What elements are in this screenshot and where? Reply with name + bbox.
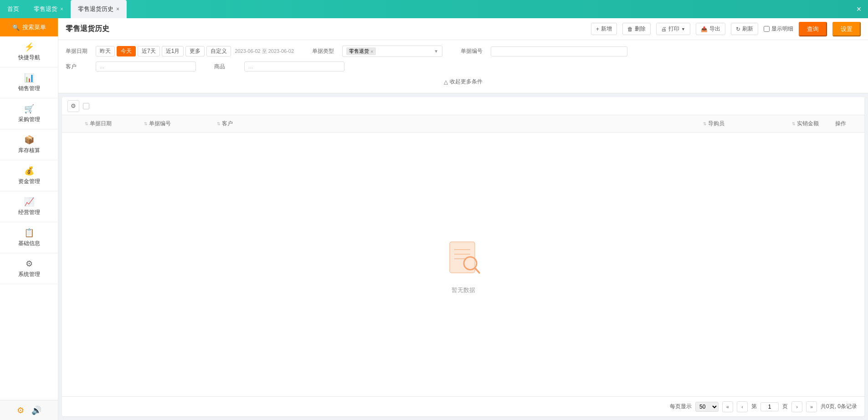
sidebar-item-inventory-label: 库存核算 [18, 147, 40, 154]
prev-page-button[interactable]: ‹ [737, 401, 748, 412]
next-page-button[interactable]: › [791, 401, 802, 412]
date-1month-label: 近1月 [166, 48, 180, 54]
sort-amount-icon: ⇅ [792, 122, 796, 126]
sidebar-item-purchase-mgmt[interactable]: 🛒 采购管理 [0, 98, 58, 129]
tab-retail-return-close[interactable]: × [60, 6, 63, 12]
sidebar: 🔍 搜索菜单 ⚡ 快捷导航 📊 销售管理 🛒 采购管理 📦 库存核算 💰 [0, 18, 58, 420]
doc-type-tag-close[interactable]: × [370, 49, 373, 54]
th-guide[interactable]: ⇅ 导购员 [699, 120, 763, 128]
basic-info-icon: 📋 [24, 228, 34, 238]
date-more-label: 更多 [190, 48, 200, 54]
empty-state: 暂无数据 [441, 235, 486, 294]
header-actions: + 新增 🗑 删除 🖨 打印 ▼ 📤 导出 ↻ 刷 [591, 22, 861, 36]
doc-type-chevron-icon: ▼ [434, 49, 438, 54]
th-action-label: 操作 [835, 120, 846, 128]
close-icon: × [857, 5, 862, 14]
date-btn-1month[interactable]: 近1月 [162, 46, 184, 56]
page-number-input[interactable] [760, 402, 779, 411]
empty-text: 暂无数据 [452, 286, 475, 294]
settings-bottom-icon[interactable]: ⚙ [17, 405, 24, 415]
tab-home[interactable]: 首页 [0, 0, 26, 18]
delete-label: 删除 [635, 25, 646, 33]
th-customer-label: 客户 [222, 120, 233, 128]
show-detail-label: 显示明细 [764, 25, 793, 33]
delete-button[interactable]: 🗑 删除 [622, 23, 651, 35]
date-btn-more[interactable]: 更多 [185, 46, 205, 56]
page-suffix: 页 [782, 403, 788, 410]
collapse-label: 收起更多条件 [450, 78, 483, 86]
doc-type-tag: 零售退货 × [346, 47, 376, 55]
th-date[interactable]: ⇅ 单据日期 [81, 120, 140, 128]
first-page-button[interactable]: « [722, 401, 733, 412]
th-customer[interactable]: ⇅ 客户 [213, 120, 699, 128]
sound-icon[interactable]: 🔊 [31, 405, 41, 415]
sidebar-item-operations[interactable]: 📈 经营管理 [0, 191, 58, 222]
refresh-button[interactable]: ↻ 刷新 [731, 23, 758, 35]
date-yesterday-label: 昨天 [100, 48, 111, 54]
inventory-icon: 📦 [24, 135, 34, 145]
th-guide-label: 导购员 [708, 120, 724, 128]
sidebar-item-system-label: 系统管理 [18, 271, 40, 278]
sidebar-item-sales-label: 销售管理 [18, 85, 40, 92]
page-size-select[interactable]: 10 20 50 100 [695, 402, 719, 412]
goods-label: 商品 [214, 63, 237, 71]
th-amount-label: 实销金额 [797, 120, 819, 128]
sidebar-item-system-mgmt[interactable]: ⚙ 系统管理 [0, 253, 58, 284]
refresh-label: 刷新 [742, 25, 753, 33]
table-settings-icon-button[interactable]: ⚙ [67, 100, 79, 112]
sidebar-item-basic-info-label: 基础信息 [18, 240, 40, 247]
date-range-display: 2023-06-02 至 2023-06-02 [235, 48, 294, 55]
tab-retail-return-label: 零售退货 [34, 5, 57, 13]
delete-icon: 🗑 [627, 26, 633, 32]
date-btn-today[interactable]: 今天 [117, 46, 136, 56]
print-label: 打印 [668, 25, 679, 33]
table-container: ⚙ ⇅ 单据日期 ⇅ 单据编号 ⇅ 客户 [62, 97, 864, 416]
tab-retail-return[interactable]: 零售退货 × [26, 0, 71, 18]
last-page-button[interactable]: » [806, 401, 817, 412]
export-button[interactable]: 📤 导出 [696, 23, 725, 35]
tab-retail-return-history-close[interactable]: × [116, 6, 119, 12]
settings-label: 设置 [841, 26, 853, 32]
filter-row-2: 客户 ... 商品 ... [66, 61, 861, 72]
tab-retail-return-history[interactable]: 零售退货历史 × [71, 0, 127, 18]
sidebar-item-quick-nav-label: 快捷导航 [18, 54, 40, 61]
table-body: 暂无数据 [62, 133, 864, 396]
customer-placeholder: ... [100, 63, 104, 70]
table-toolbar: ⚙ [62, 97, 864, 115]
query-label: 查询 [807, 26, 819, 32]
select-all-checkbox[interactable] [83, 103, 89, 109]
doc-type-label: 单据类型 [312, 47, 335, 55]
new-label: 新增 [601, 25, 612, 33]
table-header: ⇅ 单据日期 ⇅ 单据编号 ⇅ 客户 ⇅ 导购员 ⇅ 实销金额 [62, 115, 864, 133]
collapse-button[interactable]: △ 收起更多条件 [438, 76, 488, 87]
sort-guide-icon: ⇅ [703, 122, 707, 126]
sidebar-item-finance[interactable]: 💰 资金管理 [0, 160, 58, 191]
window-close-button[interactable]: × [850, 0, 868, 18]
sales-icon: 📊 [24, 73, 34, 83]
search-menu-button[interactable]: 🔍 搜索菜单 [0, 18, 58, 36]
settings-button[interactable]: 设置 [832, 22, 861, 36]
sort-customer-icon: ⇅ [217, 122, 221, 126]
export-label: 导出 [709, 25, 720, 33]
sidebar-item-basic-info[interactable]: 📋 基础信息 [0, 222, 58, 253]
new-button[interactable]: + 新增 [591, 23, 617, 35]
date-btn-custom[interactable]: 自定义 [206, 46, 231, 56]
sidebar-item-inventory[interactable]: 📦 库存核算 [0, 129, 58, 160]
th-amount[interactable]: ⇅ 实销金额 [763, 120, 822, 128]
th-num[interactable]: ⇅ 单据编号 [140, 120, 213, 128]
first-page-icon: « [726, 404, 729, 410]
doc-num-input[interactable] [491, 46, 627, 56]
sidebar-item-quick-nav[interactable]: ⚡ 快捷导航 [0, 36, 58, 67]
th-action: 操作 [822, 120, 859, 128]
sidebar-item-finance-label: 资金管理 [18, 178, 40, 185]
main-layout: 🔍 搜索菜单 ⚡ 快捷导航 📊 销售管理 🛒 采购管理 📦 库存核算 💰 [0, 18, 868, 420]
tab-bar: 首页 零售退货 × 零售退货历史 × [0, 0, 850, 18]
tab-retail-return-history-label: 零售退货历史 [78, 5, 113, 13]
date-btn-yesterday[interactable]: 昨天 [96, 46, 115, 56]
sidebar-item-sales-mgmt[interactable]: 📊 销售管理 [0, 67, 58, 98]
date-btn-7days[interactable]: 近7天 [138, 46, 160, 56]
doc-type-selector[interactable]: 零售退货 × ▼ [342, 46, 442, 57]
show-detail-checkbox[interactable] [764, 26, 770, 32]
query-button[interactable]: 查询 [799, 22, 827, 36]
print-button[interactable]: 🖨 打印 ▼ [656, 23, 690, 35]
